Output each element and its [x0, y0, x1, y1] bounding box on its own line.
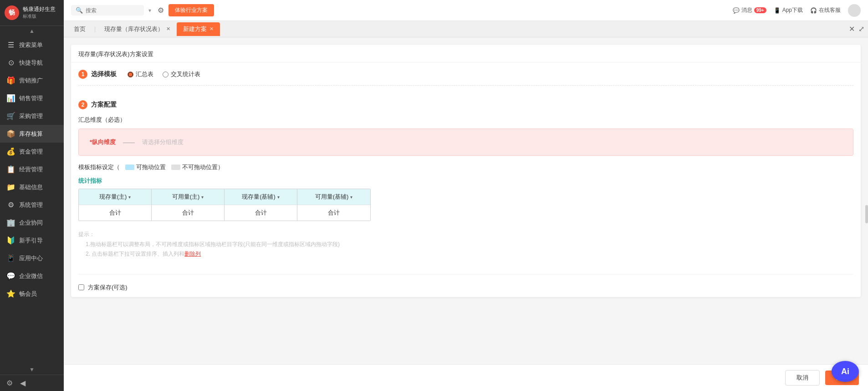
sidebar-item-wechat[interactable]: 💬 企业微信	[0, 267, 64, 285]
sidebar-item-membership[interactable]: ⭐ 畅会员	[0, 285, 64, 303]
sidebar-item-finance[interactable]: 💰 资金管理	[0, 143, 64, 160]
app-download-btn[interactable]: 📱 App下载	[774, 6, 803, 14]
app-name: 畅康通好生意	[23, 6, 56, 13]
marketing-icon: 🎁	[6, 76, 15, 85]
dimension-area[interactable]: *纵向维度 —— 请选择分组维度	[78, 129, 853, 156]
tab-close-all-icon[interactable]: ✕	[849, 25, 855, 33]
sidebar-item-purchase[interactable]: 🛒 采购管理	[0, 107, 64, 125]
indicators-row: 模板指标设定（ 可拖动位置 不可拖动位置）	[78, 163, 853, 171]
sidebar-item-marketing[interactable]: 🎁 营销推广	[0, 72, 64, 89]
service-label: 在线客服	[819, 6, 841, 14]
sidebar-item-basic-info[interactable]: 📁 基础信息	[0, 178, 64, 196]
sidebar-item-enterprise[interactable]: 🏢 企业协同	[0, 214, 64, 232]
stats-col-1-data: 合计	[79, 205, 152, 221]
stats-col-3-header[interactable]: 现存量(基辅) ▾	[225, 189, 297, 205]
sidebar-item-search-menu[interactable]: ☰ 搜索菜单	[0, 36, 64, 54]
nondraggable-legend-box	[171, 165, 180, 170]
topbar-settings-icon[interactable]: ⚙	[158, 6, 164, 15]
sound-footer-icon[interactable]: ◀	[20, 379, 26, 387]
tab-new-plan[interactable]: 新建方案 ✕	[177, 22, 220, 36]
radio-cross-input[interactable]	[163, 72, 168, 77]
radio-summary-label: 汇总表	[136, 70, 153, 78]
draggable-label: 可拖动位置	[136, 163, 166, 171]
tab-separator: ｜	[92, 25, 98, 33]
page-title: 现存量(库存状况表)方案设置	[71, 45, 861, 62]
sidebar-item-system[interactable]: ⚙ 系统管理	[0, 196, 64, 214]
right-resize-handle[interactable]	[865, 205, 868, 223]
search-input[interactable]	[86, 7, 131, 14]
stats-col-1-label: 现存量(主)	[99, 193, 127, 201]
sidebar-item-label: 经营管理	[19, 165, 43, 174]
section2-title: 方案配置	[91, 101, 117, 109]
search-dropdown-icon[interactable]: ▾	[148, 7, 151, 14]
stats-col-2-data: 合计	[152, 205, 225, 221]
sidebar-item-quick-nav[interactable]: ⊙ 快捷导航	[0, 54, 64, 72]
wechat-icon: 💬	[6, 272, 15, 280]
service-btn[interactable]: 🎧 在线客服	[810, 6, 841, 14]
sidebar-item-operations[interactable]: 📋 经营管理	[0, 160, 64, 178]
section2-number: 2	[78, 100, 87, 109]
stats-col-3-data: 合计	[225, 205, 297, 221]
delete-col-link[interactable]: 删除列	[184, 251, 201, 257]
col-4-chevron[interactable]: ▾	[350, 195, 352, 200]
search-box[interactable]: 🔍	[71, 5, 144, 15]
sidebar-scroll-up[interactable]: ▲	[0, 26, 64, 36]
sidebar-item-newbie[interactable]: 🔰 新手引导	[0, 232, 64, 249]
dimension-dash: ——	[123, 139, 135, 146]
radio-summary-input[interactable]	[128, 72, 133, 77]
radio-summary[interactable]: 汇总表	[128, 70, 153, 78]
tab-close-inventory[interactable]: ✕	[166, 26, 170, 32]
sidebar-item-label: 新手引导	[19, 237, 43, 245]
sidebar-item-app-center[interactable]: 📱 应用中心	[0, 249, 64, 267]
sidebar-item-label: 搜索菜单	[19, 41, 43, 49]
headset-icon: 🎧	[810, 7, 817, 14]
sidebar-item-inventory[interactable]: 📦 库存核算	[0, 125, 64, 143]
stats-col-4-label: 可用量(基辅)	[315, 193, 349, 201]
sidebar-item-label: 畅会员	[19, 290, 37, 298]
newbie-icon: 🔰	[6, 236, 15, 245]
col-2-chevron[interactable]: ▾	[201, 195, 204, 200]
radio-cross[interactable]: 交叉统计表	[163, 70, 200, 78]
tab-expand-icon[interactable]: ⤢	[858, 25, 864, 33]
indicators-label: 模板指标设定（	[78, 163, 120, 171]
tips-block: 提示： 1.拖动标题栏可以调整布局，不可跨维度或指标区域拖动栏目字段(只能在同一…	[78, 230, 853, 259]
sidebar-nav: ☰ 搜索菜单 ⊙ 快捷导航 🎁 营销推广 📊 销售管理 🛒 采购管理 📦 库存核…	[0, 36, 64, 365]
topbar: 🔍 ▾ ⚙ 体验行业方案 💬 消息 99+ 📱 App下载 🎧 在线客服	[64, 0, 868, 21]
col-3-chevron[interactable]: ▾	[277, 195, 280, 200]
nondraggable-legend: 不可拖动位置）	[171, 163, 224, 171]
stats-col-1-header[interactable]: 现存量(主) ▾	[79, 189, 152, 205]
section2-header: 2 方案配置	[78, 100, 853, 109]
user-avatar[interactable]	[848, 4, 861, 17]
stats-col-4-header[interactable]: 可用量(基辅) ▾	[297, 189, 370, 205]
col-1-chevron[interactable]: ▾	[128, 195, 131, 200]
sidebar-item-label: 营销推广	[19, 77, 43, 85]
save-row: 方案保存(可选)	[78, 283, 853, 292]
messages-label: 消息	[741, 6, 752, 14]
tab-new-plan-label: 新建方案	[183, 25, 207, 33]
purchase-icon: 🛒	[6, 112, 15, 120]
cancel-button[interactable]: 取消	[785, 370, 820, 386]
membership-icon: ⭐	[6, 289, 15, 298]
main-area: 🔍 ▾ ⚙ 体验行业方案 💬 消息 99+ 📱 App下载 🎧 在线客服 首页	[64, 0, 868, 391]
sidebar-item-label: 基础信息	[19, 183, 43, 191]
search-icon: 🔍	[76, 7, 83, 14]
sidebar-item-sales[interactable]: 📊 销售管理	[0, 89, 64, 107]
messages-btn[interactable]: 💬 消息 99+	[733, 6, 766, 14]
section1-header: 1 选择模板 汇总表 交叉统计表	[78, 70, 853, 79]
sidebar-item-label: 库存核算	[19, 130, 43, 138]
inventory-icon: 📦	[6, 129, 15, 138]
section1-number: 1	[78, 70, 87, 79]
save-checkbox[interactable]	[78, 284, 84, 290]
tab-inventory-status[interactable]: 现存量（库存状况表） ✕	[98, 22, 177, 36]
stats-col-2-header[interactable]: 可用量(主) ▾	[152, 189, 225, 205]
stats-col-4-data: 合计	[297, 205, 370, 221]
sidebar-scroll-down[interactable]: ▼	[0, 365, 64, 375]
ai-button[interactable]: Ai	[832, 361, 859, 382]
draggable-legend: 可拖动位置	[125, 163, 166, 171]
tab-close-new-plan[interactable]: ✕	[209, 26, 214, 32]
experience-btn[interactable]: 体验行业方案	[168, 4, 214, 16]
settings-footer-icon[interactable]: ⚙	[6, 379, 13, 387]
stats-section: 统计指标 现存量(主) ▾ 可用量(主) ▾	[78, 177, 853, 222]
tab-home[interactable]: 首页	[67, 22, 92, 36]
quick-nav-icon: ⊙	[6, 58, 15, 67]
